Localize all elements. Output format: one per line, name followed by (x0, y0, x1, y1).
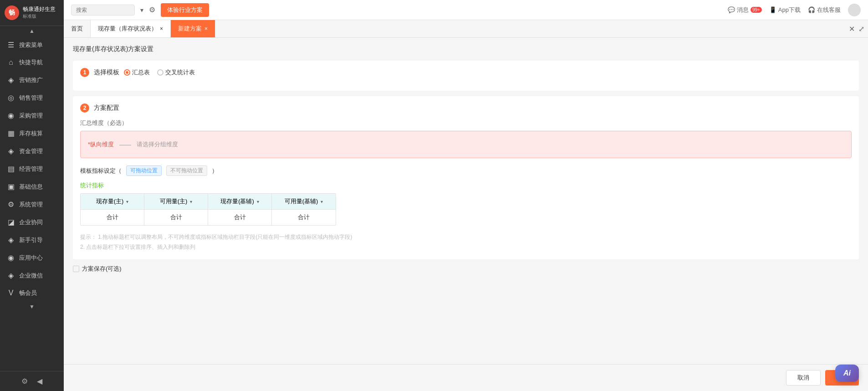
online-service-label: 在线客服 (817, 6, 841, 14)
sidebar-item-member[interactable]: V 畅会员 (0, 284, 64, 302)
dimension-box[interactable]: *纵向维度 —— 请选择分组维度 (80, 131, 852, 158)
sidebar-item-system[interactable]: ⚙ 系统管理 (0, 196, 64, 213)
tab-inventory[interactable]: 现存量（库存状况表） × (91, 20, 171, 37)
radio-summary[interactable]: 汇总表 (124, 68, 150, 77)
purchase-icon: ◉ (6, 111, 15, 120)
chevron-down-icon-1[interactable]: ▾ (126, 199, 128, 204)
cancel-button[interactable]: 取消 (786, 370, 821, 386)
hint-section: 提示： 1.拖动标题栏可以调整布局，不可跨维度或指标区域拖动栏目字段(只能在同一… (80, 232, 852, 252)
hint-2: 2. 点击标题栏下拉可设置排序、插入列和删除列 (80, 242, 852, 252)
new-plan-tab-label: 新建方案 (178, 25, 202, 33)
sidebar-item-sales[interactable]: ◎ 销售管理 (0, 89, 64, 107)
chevron-down-icon-3[interactable]: ▾ (257, 199, 259, 204)
sidebar-item-search[interactable]: ☰ 搜索菜单 (0, 36, 64, 54)
save-option: 方案保存(可选) (73, 265, 859, 273)
sidebar-item-inventory[interactable]: ▦ 库存核算 (0, 124, 64, 142)
trial-button[interactable]: 体验行业方案 (161, 3, 209, 17)
sidebar-item-enterprise[interactable]: ◪ 企业协同 (0, 213, 64, 231)
stats-col-4[interactable]: 可用量(基辅) ▾ (272, 194, 336, 209)
dimension-required: *纵向维度 (88, 140, 114, 149)
stats-col-4-label: 可用量(基辅) (285, 197, 318, 206)
sidebar-item-label: 快捷导航 (19, 58, 43, 67)
basics-icon: ▣ (6, 182, 15, 191)
stats-table: 现存量(主) ▾ 可用量(主) ▾ 现存量(基辅) ▾ 可用量(基辅) (80, 193, 336, 226)
radio-cross-circle (157, 69, 163, 76)
sidebar-item-label: 资金管理 (19, 147, 43, 155)
chevron-down-icon-4[interactable]: ▾ (321, 199, 323, 204)
sidebar-item-operations[interactable]: ▤ 经营管理 (0, 160, 64, 178)
app-edition: 标准版 (23, 13, 56, 20)
online-service-icon: 🎧 (808, 6, 815, 13)
topbar-dropdown-button[interactable]: ▾ (140, 6, 143, 14)
sidebar-scroll-down[interactable]: ▼ (0, 302, 64, 312)
sidebar-scroll-up[interactable]: ▲ (0, 26, 64, 36)
stats-col-1[interactable]: 现存量(主) ▾ (81, 194, 144, 209)
sidebar-item-guide[interactable]: ◈ 新手引导 (0, 231, 64, 249)
sidebar-item-purchase[interactable]: ◉ 采购管理 (0, 107, 64, 124)
sidebar-item-label: 新手引导 (19, 236, 43, 244)
sidebar-item-quicknav[interactable]: ⌂ 快捷导航 (0, 54, 64, 71)
section-title-1: 选择模板 (94, 68, 119, 77)
dimension-placeholder: 请选择分组维度 (137, 140, 178, 149)
enterprise-icon: ◪ (6, 218, 15, 226)
stats-cell-4: 合计 (272, 210, 336, 225)
radio-summary-label: 汇总表 (132, 68, 150, 77)
tab-close-panel-button[interactable]: ✕ (849, 25, 855, 33)
section-plan-config: 2 方案配置 汇总维度（必选） *纵向维度 —— 请选择分组维度 模板指标设定（… (73, 96, 859, 259)
dimension-dash: —— (119, 141, 131, 148)
radio-cross[interactable]: 交叉统计表 (157, 68, 195, 77)
app-download-label: App下载 (778, 6, 801, 14)
appcenter-icon: ◉ (6, 253, 15, 262)
tab-new-plan[interactable]: 新建方案 × (171, 20, 215, 37)
stats-col-3[interactable]: 现存量(基辅) ▾ (208, 194, 272, 209)
tab-new-plan-close[interactable]: × (204, 26, 208, 31)
sidebar-item-label: 经营管理 (19, 165, 43, 173)
radio-cross-label: 交叉统计表 (165, 68, 195, 77)
sidebar-item-appcenter[interactable]: ◉ 应用中心 (0, 249, 64, 267)
finance-icon: ◈ (6, 147, 15, 155)
section-num-2: 2 (80, 103, 89, 113)
tab-expand-button[interactable]: ⤢ (858, 25, 864, 33)
settings-button[interactable]: ⚙ (18, 375, 31, 387)
stats-col-2-label: 可用量(主) (160, 197, 188, 206)
gear-icon[interactable]: ⚙ (149, 5, 155, 14)
logo-icon: 畅 (5, 5, 19, 20)
topbar: ▾ ⚙ 体验行业方案 💬 消息 99+ 📱 App下载 🎧 在线客服 (64, 0, 868, 20)
stats-cell-2: 合计 (144, 210, 208, 225)
sidebar-item-marketing[interactable]: ◈ 营销推广 (0, 71, 64, 89)
wechat-icon: ◈ (6, 271, 15, 280)
messages-badge: 99+ (751, 7, 762, 13)
messages-button[interactable]: 💬 消息 99+ (728, 6, 762, 14)
chevron-down-icon-2[interactable]: ▾ (190, 199, 192, 204)
sidebar-item-label: 采购管理 (19, 112, 43, 120)
sidebar-item-label: 库存核算 (19, 129, 43, 138)
stats-title: 统计指标 (80, 181, 852, 190)
indicator-not-draggable-tag: 不可拖动位置 (166, 165, 207, 176)
topbar-search-input[interactable] (71, 5, 135, 15)
tab-inventory-close[interactable]: × (160, 26, 163, 31)
section-choose-template: 1 选择模板 汇总表 交叉统计表 (73, 61, 859, 91)
member-icon: V (6, 289, 15, 297)
stats-cell-3: 合计 (208, 210, 272, 225)
collapse-button[interactable]: ◀ (33, 375, 46, 387)
save-checkbox[interactable] (73, 266, 79, 272)
sidebar-item-wechat[interactable]: ◈ 企业微信 (0, 267, 64, 284)
sidebar-item-finance[interactable]: ◈ 资金管理 (0, 142, 64, 160)
section-title-2: 方案配置 (94, 104, 119, 112)
stats-col-3-label: 现存量(基辅) (220, 197, 254, 206)
app-download-button[interactable]: 📱 App下载 (769, 6, 801, 14)
tab-home[interactable]: 首页 (64, 20, 91, 37)
avatar[interactable] (848, 4, 861, 16)
online-service-button[interactable]: 🎧 在线客服 (808, 6, 841, 14)
app-download-icon: 📱 (769, 6, 776, 13)
section-num-1: 1 (80, 68, 89, 77)
guide-icon: ◈ (6, 236, 15, 244)
marketing-icon: ◈ (6, 76, 15, 84)
indicator-settings-end: ） (212, 167, 218, 175)
sidebar-item-label: 企业微信 (19, 272, 43, 280)
ai-fab-button[interactable]: Ai (835, 365, 859, 382)
indicator-settings: 模板指标设定（ 可拖动位置 不可拖动位置 ） (80, 165, 852, 176)
footer-bar: 取消 查询 (64, 364, 868, 391)
sidebar-item-basics[interactable]: ▣ 基础信息 (0, 178, 64, 196)
stats-col-2[interactable]: 可用量(主) ▾ (144, 194, 208, 209)
